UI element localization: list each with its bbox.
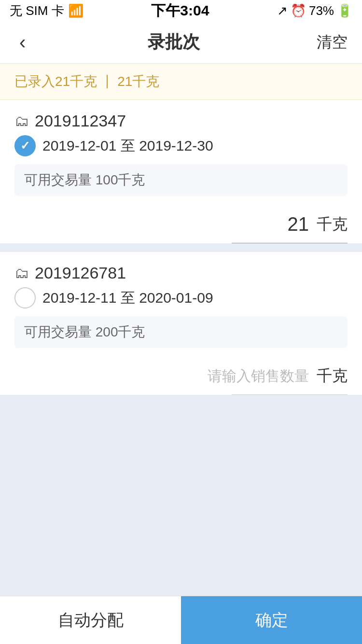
- batch-1-value[interactable]: 21: [288, 213, 309, 235]
- batch-card-2: 🗂 2019126781 2019-12-11 至 2020-01-09 可用交…: [0, 252, 362, 395]
- carrier-text: 无 SIM 卡: [10, 2, 64, 19]
- auto-distribute-button[interactable]: 自动分配: [0, 596, 181, 644]
- status-right: ↗ ⏰ 73% 🔋: [277, 3, 352, 18]
- status-bar: 无 SIM 卡 📶 下午3:04 ↗ ⏰ 73% 🔋: [0, 0, 362, 21]
- bottom-bar: 自动分配 确定: [0, 596, 362, 644]
- batch-1-icon: 🗂: [14, 113, 29, 129]
- page-content: 已录入21千克 21千克 🗂 2019112347 2019-12-01 至 2…: [0, 64, 362, 638]
- batch-1-number: 2019112347: [35, 112, 126, 130]
- battery-icon: 🔋: [337, 3, 352, 18]
- recorded-label: 已录入21千克: [14, 72, 97, 91]
- page-title: 录批次: [148, 30, 200, 54]
- batch-card-1: 🗂 2019112347 2019-12-01 至 2019-12-30 可用交…: [0, 100, 362, 243]
- batch-2-number: 2019126781: [35, 264, 126, 282]
- wifi-icon: 📶: [68, 3, 84, 18]
- section-separator-1: [0, 243, 362, 252]
- summary-divider: [107, 75, 108, 88]
- clear-button[interactable]: 清空: [317, 32, 348, 53]
- alarm-icon: ⏰: [291, 3, 306, 18]
- batch-1-unit: 千克: [317, 214, 348, 235]
- batch-2-unit: 千克: [317, 365, 348, 387]
- batch-1-amount-row: 21 千克: [0, 206, 362, 243]
- nav-bar: ‹ 录批次 清空: [0, 21, 362, 64]
- batch-1-header: 🗂 2019112347: [0, 100, 362, 135]
- summary-banner: 已录入21千克 21千克: [0, 64, 362, 100]
- batch-1-qty: 可用交易量 100千克: [14, 164, 348, 196]
- batch-2-placeholder: 请输入销售数量: [208, 366, 309, 386]
- batch-2-date: 2019-12-11 至 2020-01-09: [42, 288, 213, 308]
- summary-amount: 21千克: [117, 72, 159, 91]
- status-left: 无 SIM 卡 📶: [10, 2, 84, 19]
- battery-text: 73%: [309, 3, 334, 18]
- batch-2-icon: 🗂: [14, 265, 29, 281]
- batch-2-input-row: 请输入销售数量 千克: [0, 358, 362, 394]
- batch-1-date: 2019-12-01 至 2019-12-30: [42, 136, 213, 156]
- confirm-button[interactable]: 确定: [181, 596, 362, 644]
- batch-2-date-row: 2019-12-11 至 2020-01-09: [0, 287, 362, 316]
- batch-2-radio[interactable]: [14, 287, 36, 308]
- batch-1-radio[interactable]: [14, 135, 36, 156]
- location-icon: ↗: [277, 3, 288, 18]
- batch-1-date-row: 2019-12-01 至 2019-12-30: [0, 135, 362, 164]
- batch-2-header: 🗂 2019126781: [0, 252, 362, 287]
- status-time: 下午3:04: [151, 1, 209, 21]
- batch-2-qty: 可用交易量 200千克: [14, 316, 348, 348]
- back-button[interactable]: ‹: [14, 27, 30, 58]
